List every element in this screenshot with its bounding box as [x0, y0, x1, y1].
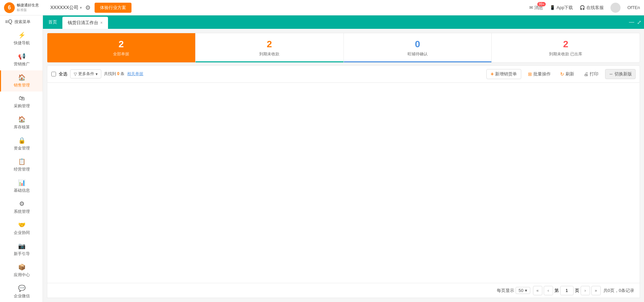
- refresh-label: 刷新: [566, 71, 574, 77]
- logo-text: 畅捷通好生意 标准版: [17, 3, 39, 12]
- app-center-icon: 📦: [18, 263, 25, 271]
- sidebar-item-inventory[interactable]: 🏠 库存核算: [0, 112, 43, 133]
- sidebar-search-label: 搜索菜单: [14, 19, 31, 25]
- next-page-button[interactable]: ›: [581, 286, 590, 295]
- found-count-number: 0: [117, 71, 119, 76]
- select-all-checkbox[interactable]: [51, 72, 56, 76]
- settings-icon[interactable]: ⚙: [85, 4, 91, 11]
- sidebar: ≡Q 搜索菜单 ⚡ 快捷导航 📢 营销推广 🏠 销售管理 🛍 采购管理 🏠 库存…: [0, 15, 43, 302]
- sidebar-item-enterprise[interactable]: 🤝 企业协同: [0, 218, 43, 239]
- add-sale-button[interactable]: + 新增销货单: [486, 69, 521, 79]
- switch-label: 切换新版: [614, 71, 632, 77]
- add-sale-label: 新增销货单: [495, 71, 517, 77]
- logo-icon: 6: [4, 2, 15, 13]
- tab-actions: — ⤢: [629, 19, 644, 25]
- sidebar-item-system[interactable]: ⚙ 系统管理: [0, 197, 43, 218]
- sidebar-item-label: 采购管理: [14, 103, 30, 109]
- tab-work-station-label: 钱货日清工作台: [68, 20, 98, 26]
- avatar[interactable]: [610, 3, 621, 13]
- stat-num-shipped: 2: [563, 39, 569, 50]
- try-plan-button[interactable]: 体验行业方案: [95, 3, 131, 13]
- sidebar-item-label: 应用中心: [14, 272, 30, 278]
- sidebar-item-purchase[interactable]: 🛍 采购管理: [0, 92, 43, 112]
- tab-maximize-icon[interactable]: ⤢: [637, 19, 641, 25]
- batch-icon: ⊞: [528, 71, 532, 77]
- related-bills-text[interactable]: 相关单据: [127, 71, 143, 77]
- page-size-chevron: ▾: [525, 288, 527, 293]
- first-page-button[interactable]: «: [533, 286, 542, 295]
- sidebar-item-label: 系统管理: [14, 209, 30, 215]
- page-size-selector: 每页显示 50 ▾: [497, 287, 530, 294]
- page-size-value[interactable]: 50 ▾: [516, 287, 530, 294]
- sidebar-item-wecom[interactable]: 💬 企业微信: [0, 281, 43, 302]
- basic-info-icon: 📊: [18, 179, 25, 186]
- stat-card-shipped[interactable]: 2 到期未收款 已出库: [492, 33, 640, 62]
- toolbar-right: + 新增销货单 ⊞ 批量操作 ↻ 刷新 🖨 打印: [486, 69, 636, 79]
- stat-card-all[interactable]: 2 全部单据: [47, 33, 196, 62]
- print-label: 打印: [590, 71, 598, 77]
- main-layout: ≡Q 搜索菜单 ⚡ 快捷导航 📢 营销推广 🏠 销售管理 🛍 采购管理 🏠 库存…: [0, 15, 644, 302]
- sidebar-item-sales[interactable]: 🏠 销售管理: [0, 70, 43, 92]
- prev-page-button[interactable]: ‹: [544, 286, 553, 295]
- stat-underline-all: [47, 61, 195, 62]
- sidebar-item-operations[interactable]: 📋 经营管理: [0, 155, 43, 176]
- sidebar-item-search-menu[interactable]: ≡Q 搜索菜单: [0, 15, 43, 28]
- username: OfTEn: [627, 5, 640, 10]
- sidebar-item-guide[interactable]: 📷 新手引导: [0, 239, 43, 260]
- app-download-button[interactable]: 📱 App下载: [550, 5, 573, 11]
- message-button[interactable]: ✉ 消息 99+: [529, 5, 543, 11]
- refresh-icon: ↻: [560, 71, 564, 77]
- sidebar-item-label: 资金管理: [14, 145, 30, 151]
- sidebar-item-finance[interactable]: 🔒 资金管理: [0, 133, 43, 155]
- search-menu-icon: ≡Q: [5, 19, 12, 25]
- printer-icon: 🖨: [584, 71, 588, 77]
- sidebar-item-app-center[interactable]: 📦 应用中心: [0, 260, 43, 281]
- message-icon: ✉: [529, 5, 533, 10]
- stat-card-overdue[interactable]: 2 到期未收款: [196, 33, 344, 62]
- current-page-input[interactable]: [560, 286, 574, 295]
- sidebar-item-label: 企业微信: [14, 293, 30, 299]
- tabs-bar: 首页 钱货日清工作台 × — ⤢: [43, 15, 644, 29]
- page-navigation: « ‹ 第 页 › »: [533, 286, 601, 295]
- sidebar-item-quick-nav[interactable]: ⚡ 快捷导航: [0, 28, 43, 49]
- print-button[interactable]: 🖨 打印: [581, 70, 601, 78]
- online-service-button[interactable]: 🎧 在线客服: [580, 5, 604, 11]
- tab-minimize-icon[interactable]: —: [629, 19, 634, 25]
- purchase-icon: 🛍: [19, 95, 25, 102]
- megaphone-icon: 📢: [18, 53, 25, 60]
- top-header: 6 畅捷通好生意 标准版 XXXXXX公司 ▾ ⚙ 体验行业方案 ✉ 消息 99…: [0, 0, 644, 15]
- stat-label-all: 全部单据: [113, 51, 129, 57]
- batch-ops-label: 批量操作: [533, 71, 551, 77]
- found-count-text: 共找到 0 条: [104, 71, 124, 77]
- stat-card-pending[interactable]: 0 旺辅待确认: [344, 33, 492, 62]
- tab-work-station[interactable]: 钱货日清工作台 ×: [62, 17, 108, 29]
- chevron-down-icon: ▾: [80, 5, 82, 10]
- wecom-icon: 💬: [18, 285, 25, 292]
- page-summary: 共0页，0条记录: [603, 288, 634, 294]
- sidebar-item-label: 基础信息: [14, 188, 30, 193]
- tab-home[interactable]: 首页: [43, 15, 62, 29]
- select-all-label: 全选: [59, 71, 67, 77]
- guide-icon: 📷: [18, 242, 25, 250]
- system-icon: ⚙: [19, 200, 24, 207]
- pagination-bar: 每页显示 50 ▾ « ‹ 第 页 › » 共0页，0条记录: [47, 283, 640, 298]
- app-download-icon: 📱: [550, 5, 555, 10]
- sidebar-item-label: 营销推广: [14, 61, 30, 67]
- tab-home-label: 首页: [48, 19, 57, 25]
- tab-close-icon[interactable]: ×: [100, 20, 103, 25]
- toolbar: 全选 ▽ 更多条件 ▾ 共找到 0 条 相关单据 +: [47, 65, 640, 83]
- switch-version-button[interactable]: ↔ 切换新版: [605, 69, 636, 79]
- filter-chevron-icon: ▾: [96, 72, 98, 76]
- more-filter-button[interactable]: ▽ 更多条件 ▾: [70, 69, 101, 78]
- sidebar-item-marketing[interactable]: 📢 营销推广: [0, 49, 43, 70]
- sidebar-item-label: 企业协同: [14, 230, 30, 236]
- sidebar-item-basic-info[interactable]: 📊 基础信息: [0, 176, 43, 197]
- batch-ops-button[interactable]: ⊞ 批量操作: [525, 70, 553, 78]
- logo-area: 6 畅捷通好生意 标准版: [4, 2, 47, 13]
- last-page-button[interactable]: »: [591, 286, 601, 295]
- filter-icon: ▽: [74, 72, 77, 76]
- refresh-button[interactable]: ↻ 刷新: [557, 70, 577, 78]
- stat-label-pending: 旺辅待确认: [408, 51, 428, 57]
- company-selector[interactable]: XXXXXX公司 ▾: [50, 5, 82, 11]
- handshake-icon: 🤝: [18, 221, 25, 229]
